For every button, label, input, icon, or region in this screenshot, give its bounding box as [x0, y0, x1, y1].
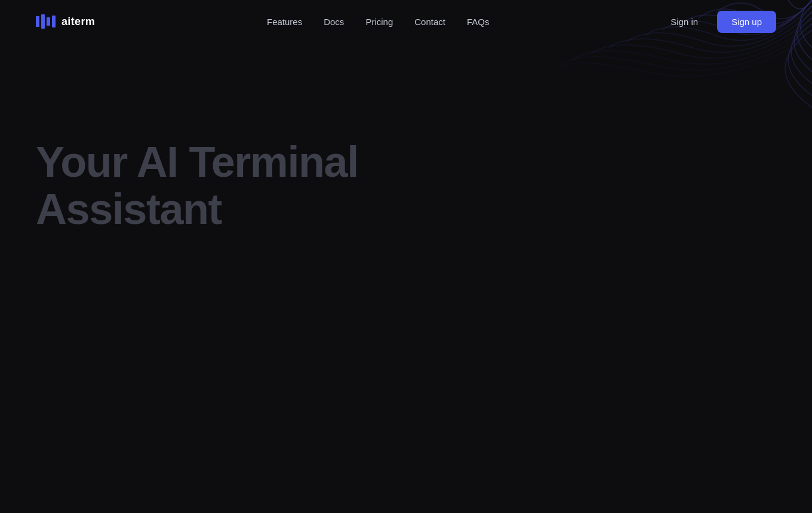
nav-center: Features Docs Pricing Contact FAQs: [267, 17, 489, 27]
nav-link-faqs[interactable]: FAQs: [467, 17, 490, 27]
hero-title-line1: Your AI Terminal: [36, 138, 358, 186]
hero-title-line2: Assistant: [36, 185, 222, 233]
signup-button[interactable]: Sign up: [717, 11, 776, 33]
logo[interactable]: aiterm: [36, 14, 95, 29]
hero-title: Your AI Terminal Assistant: [36, 139, 394, 233]
nav-link-docs[interactable]: Docs: [324, 17, 344, 27]
navbar: aiterm Features Docs Pricing Contact FAQ…: [0, 0, 812, 43]
logo-bar-2: [41, 14, 45, 29]
logo-bar-3: [47, 17, 50, 26]
logo-bar-4: [52, 16, 56, 27]
nav-link-contact[interactable]: Contact: [414, 17, 445, 27]
nav-left: aiterm: [36, 14, 95, 29]
nav-link-features[interactable]: Features: [267, 17, 302, 27]
nav-link-pricing[interactable]: Pricing: [365, 17, 393, 27]
signin-button[interactable]: Sign in: [661, 12, 708, 32]
logo-icon: [36, 14, 56, 29]
nav-right: Sign in Sign up: [661, 11, 776, 33]
logo-bar-1: [36, 16, 39, 27]
logo-text: aiterm: [61, 16, 95, 28]
hero-section: Your AI Terminal Assistant: [0, 43, 812, 233]
